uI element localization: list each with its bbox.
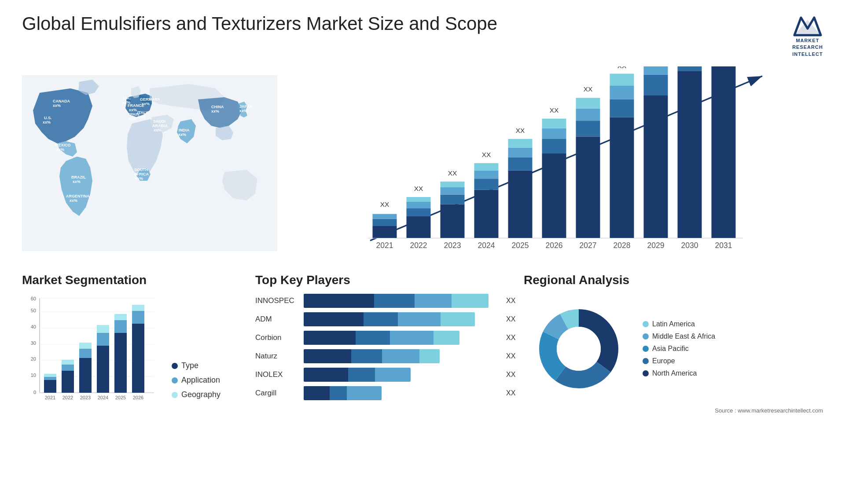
bar-chart-area: XX XX XX XX xyxy=(286,66,823,260)
svg-rect-68 xyxy=(576,98,600,109)
svg-rect-75 xyxy=(644,95,668,238)
svg-text:2023: 2023 xyxy=(80,395,91,400)
logo: MARKET RESEARCH INTELLECT xyxy=(792,13,823,58)
svg-rect-50 xyxy=(474,190,499,238)
bottom-section: Market Segmentation 0 10 20 30 40 xyxy=(22,273,823,414)
svg-text:2027: 2027 xyxy=(579,241,596,250)
svg-rect-81 xyxy=(678,66,702,71)
player-bar-innospec xyxy=(304,294,498,308)
player-name-cargill: Cargill xyxy=(255,389,299,398)
svg-rect-45 xyxy=(441,205,465,238)
svg-rect-121 xyxy=(44,374,56,377)
svg-rect-126 xyxy=(79,349,92,358)
players-panel: Top Key Players INNOSPEC XX xyxy=(255,273,519,414)
svg-text:XX: XX xyxy=(584,85,593,93)
svg-rect-73 xyxy=(610,74,634,86)
reg-label-asia-pacific: Asia Pacific xyxy=(652,345,689,353)
player-name-naturz: Naturz xyxy=(255,352,299,361)
svg-rect-134 xyxy=(132,324,144,393)
reg-label-north-america: North America xyxy=(652,369,697,377)
player-row-innospec: INNOSPEC XX xyxy=(255,294,519,308)
player-xx-inolex: XX xyxy=(506,371,519,379)
svg-text:40: 40 xyxy=(31,324,36,329)
svg-rect-125 xyxy=(79,358,92,393)
svg-rect-85 xyxy=(712,66,736,238)
svg-text:2022: 2022 xyxy=(410,241,427,250)
svg-rect-48 xyxy=(441,182,465,187)
player-bar-cargill xyxy=(304,386,498,400)
svg-rect-71 xyxy=(610,99,634,117)
player-row-corbion: Corbion XX xyxy=(255,331,519,345)
svg-rect-42 xyxy=(407,202,431,208)
svg-text:10: 10 xyxy=(31,373,36,378)
source-text: Source : www.marketresearchintellect.com xyxy=(524,407,823,414)
svg-text:2029: 2029 xyxy=(647,241,664,250)
player-xx-cargill: XX xyxy=(506,389,519,397)
segmentation-title: Market Segmentation xyxy=(22,273,251,287)
growth-bar-chart: XX XX XX XX xyxy=(295,66,823,260)
svg-text:XX: XX xyxy=(550,106,559,114)
legend-label-geography: Geography xyxy=(181,390,220,399)
svg-rect-119 xyxy=(44,380,56,393)
seg-container: 0 10 20 30 40 50 60 xyxy=(22,294,251,408)
svg-text:2023: 2023 xyxy=(444,241,461,250)
svg-text:2024: 2024 xyxy=(98,395,108,400)
reg-dot-middle-east-africa xyxy=(643,333,649,340)
svg-rect-80 xyxy=(678,71,702,238)
svg-rect-37 xyxy=(373,219,397,226)
svg-rect-136 xyxy=(132,305,144,311)
player-name-adm: ADM xyxy=(255,315,299,324)
svg-rect-36 xyxy=(373,226,397,238)
svg-text:2030: 2030 xyxy=(681,241,698,250)
svg-text:2026: 2026 xyxy=(545,241,562,250)
svg-text:2021: 2021 xyxy=(45,395,55,400)
svg-rect-70 xyxy=(610,117,634,238)
svg-rect-128 xyxy=(97,346,109,393)
legend-dot-geography xyxy=(172,392,178,398)
svg-text:2025: 2025 xyxy=(511,241,529,250)
svg-rect-76 xyxy=(644,75,668,95)
player-bar-naturz xyxy=(304,349,498,363)
svg-text:60: 60 xyxy=(31,296,36,301)
logo-text: MARKET RESEARCH INTELLECT xyxy=(792,37,823,58)
page: Global Emulsifiers and Texturizers Marke… xyxy=(0,0,845,504)
reg-legend-middle-east-africa: Middle East & Africa xyxy=(643,332,715,340)
regional-title: Regional Analysis xyxy=(524,273,823,287)
svg-rect-65 xyxy=(576,137,600,238)
player-xx-corbion: XX xyxy=(506,334,519,342)
legend-item-type: Type xyxy=(172,361,220,370)
svg-text:XX: XX xyxy=(482,151,491,158)
svg-rect-131 xyxy=(114,333,127,393)
legend-label-type: Type xyxy=(181,361,198,370)
svg-rect-53 xyxy=(474,163,499,171)
legend-label-application: Application xyxy=(181,376,220,385)
svg-rect-123 xyxy=(62,365,74,371)
player-name-inolex: INOLEX xyxy=(255,370,299,379)
svg-rect-63 xyxy=(542,119,566,128)
svg-rect-57 xyxy=(508,148,533,157)
svg-text:XX: XX xyxy=(380,201,389,208)
svg-rect-124 xyxy=(62,360,74,365)
player-xx-adm: XX xyxy=(506,315,519,323)
players-title: Top Key Players xyxy=(255,273,519,287)
svg-rect-55 xyxy=(508,171,533,238)
svg-rect-130 xyxy=(97,325,109,333)
svg-point-148 xyxy=(557,327,601,371)
map-area: CANADA xx% U.S. xx% MEXICO xx% BRAZIL xx… xyxy=(22,66,277,260)
reg-legend-asia-pacific: Asia Pacific xyxy=(643,345,715,353)
reg-legend-latin-america: Latin America xyxy=(643,320,715,328)
legend-dot-type xyxy=(172,363,178,369)
svg-rect-67 xyxy=(576,109,600,121)
player-bar-adm xyxy=(304,312,498,326)
svg-text:2021: 2021 xyxy=(376,241,393,250)
svg-text:XX: XX xyxy=(516,127,525,134)
svg-rect-127 xyxy=(79,343,92,349)
page-title: Global Emulsifiers and Texturizers Marke… xyxy=(22,13,497,34)
svg-rect-120 xyxy=(44,377,56,380)
svg-rect-122 xyxy=(62,371,74,393)
svg-text:XX: XX xyxy=(414,185,423,192)
svg-rect-66 xyxy=(576,121,600,136)
svg-rect-77 xyxy=(644,66,668,75)
regional-panel: Regional Analysis xyxy=(524,273,823,414)
segmentation-chart: 0 10 20 30 40 50 60 xyxy=(22,294,163,408)
